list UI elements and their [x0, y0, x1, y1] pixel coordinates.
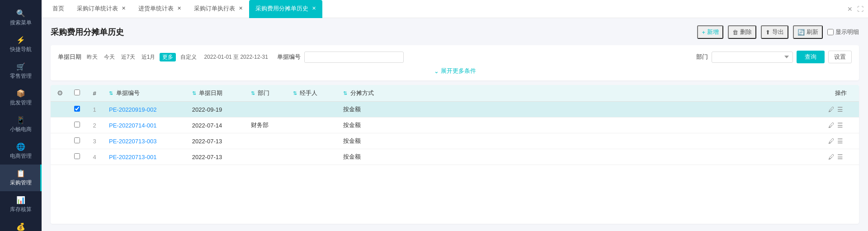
- cell-handler: [288, 118, 338, 133]
- shortcut-custom[interactable]: 自定义: [179, 53, 198, 61]
- refresh-button[interactable]: 🔄 刷新: [793, 25, 823, 39]
- sidebar-item-label: 批发管理: [10, 99, 32, 106]
- dept-select[interactable]: 财务部: [712, 52, 793, 63]
- shortcut-yesterday[interactable]: 昨天: [85, 53, 99, 61]
- doc-no-link[interactable]: PE-20220714-001: [109, 122, 157, 129]
- delete-label: 删除: [740, 28, 752, 36]
- cell-doc-date: 2022-07-13: [187, 133, 245, 149]
- cell-doc-no: PE-20220919-002: [104, 102, 187, 118]
- sidebar-item-inventory[interactable]: 📊 库存核算: [0, 191, 42, 218]
- cell-setting: [51, 102, 69, 118]
- doc-no-link[interactable]: PE-20220919-002: [109, 106, 157, 113]
- select-all-checkbox[interactable]: [74, 90, 80, 95]
- cell-action: 🖊 ☰: [823, 118, 859, 133]
- tab-label: 采购订单执行表: [194, 5, 235, 13]
- col-dept-label: 部门: [258, 90, 269, 96]
- sidebar-item-label: 库存核算: [10, 206, 32, 212]
- col-split-method[interactable]: ⇅ 分摊方式: [338, 85, 823, 102]
- cell-handler: [288, 102, 338, 118]
- sort-icon: ⇅: [109, 90, 113, 96]
- sidebar-item-label: 小畅电商: [10, 126, 32, 132]
- query-button[interactable]: 查询: [797, 51, 825, 63]
- tab-home-label: 首页: [52, 5, 64, 13]
- sidebar-item-wholesale[interactable]: 📦 批发管理: [0, 85, 42, 111]
- row-checkbox[interactable]: [74, 153, 80, 159]
- table-settings-icon[interactable]: ⚙: [57, 89, 63, 97]
- doc-no-link[interactable]: PE-20220713-003: [109, 138, 157, 145]
- cell-num: 2: [85, 118, 104, 133]
- tab-purchase-split-hist[interactable]: 采购费用分摊单历史 ✕: [249, 0, 322, 18]
- cell-action: 🖊 ☰: [823, 102, 859, 118]
- tab-close-icon[interactable]: ✕: [239, 5, 243, 11]
- sidebar-item-purchase[interactable]: 📋 采购管理: [0, 165, 42, 191]
- delete-button[interactable]: 🗑 删除: [728, 25, 756, 39]
- show-cols-checkbox[interactable]: [827, 29, 834, 35]
- tab-bar-actions: ✕ ⛶: [847, 5, 863, 13]
- sidebar-item-retail[interactable]: 🛒 零售管理: [0, 58, 42, 85]
- purchase-icon: 📋: [2, 169, 39, 178]
- edit-icon[interactable]: 🖊: [828, 153, 835, 160]
- data-table-wrap: ⚙ # ⇅ 单据编号 ⇅ 单据日期: [51, 85, 859, 224]
- tab-label: 进货单统计表: [138, 5, 174, 13]
- col-handler[interactable]: ⇅ 经手人: [288, 85, 338, 102]
- show-cols-toggle[interactable]: 显示明细: [827, 28, 859, 36]
- add-button[interactable]: + 新增: [697, 25, 723, 39]
- close-window-icon[interactable]: ✕: [847, 5, 853, 13]
- col-dept[interactable]: ⇅ 部门: [245, 85, 288, 102]
- row-checkbox[interactable]: [74, 106, 80, 112]
- sidebar-item-ecommerce[interactable]: 🌐 电商管理: [0, 138, 42, 165]
- edit-icon[interactable]: 🖊: [828, 122, 835, 129]
- inventory-icon: 📊: [2, 196, 39, 204]
- detail-icon[interactable]: ☰: [837, 153, 843, 160]
- detail-icon[interactable]: ☰: [837, 122, 843, 129]
- cell-num: 1: [85, 102, 104, 118]
- shortcut-more[interactable]: 更多: [160, 53, 176, 61]
- sidebar-item-quicknav[interactable]: ⚡ 快捷导航: [0, 31, 42, 58]
- cell-doc-no: PE-20220713-003: [104, 133, 187, 149]
- tab-close-icon[interactable]: ✕: [177, 5, 181, 11]
- detail-icon[interactable]: ☰: [837, 106, 843, 113]
- tab-home[interactable]: 首页: [46, 0, 71, 18]
- filter-row: 单据日期 昨天 今天 近7天 近1月 更多 自定义 2022-01-01 至 2…: [58, 51, 852, 63]
- dept-filter-group: 部门 财务部 查询 设置: [696, 51, 852, 63]
- tab-purchase-summary[interactable]: 采购订单统计表 ✕: [71, 0, 132, 18]
- capital-icon: 💰: [2, 222, 39, 231]
- cell-action: 🖊 ☰: [823, 133, 859, 149]
- sidebar-item-mini[interactable]: 📱 小畅电商: [0, 111, 42, 138]
- export-label: 导出: [772, 28, 784, 36]
- date-filter-label: 单据日期: [58, 53, 81, 61]
- col-doc-no[interactable]: ⇅ 单据编号: [104, 85, 187, 102]
- edit-icon[interactable]: 🖊: [828, 137, 835, 145]
- docno-input[interactable]: [304, 52, 404, 63]
- edit-icon[interactable]: 🖊: [828, 106, 835, 113]
- expand-conditions-btn[interactable]: ⌄ 展开更多条件: [58, 67, 852, 75]
- settings-button[interactable]: 设置: [828, 51, 852, 63]
- row-checkbox[interactable]: [74, 122, 80, 127]
- docno-filter-label: 单据编号: [277, 53, 301, 61]
- export-button[interactable]: ⬆ 导出: [761, 25, 788, 39]
- tab-close-icon[interactable]: ✕: [122, 5, 126, 11]
- page-title: 采购费用分摊单历史: [51, 27, 124, 38]
- row-checkbox[interactable]: [74, 137, 80, 143]
- filter-bar: 单据日期 昨天 今天 近7天 近1月 更多 自定义 2022-01-01 至 2…: [51, 45, 859, 80]
- sidebar-item-search[interactable]: 🔍 搜索菜单: [0, 5, 42, 31]
- sidebar-item-capital[interactable]: 💰 资金管理: [0, 218, 42, 231]
- doc-no-link[interactable]: PE-20220713-001: [109, 154, 157, 160]
- detail-icon[interactable]: ☰: [837, 137, 843, 145]
- tab-purchase-exec[interactable]: 采购订单执行表 ✕: [188, 0, 249, 18]
- cell-num: 3: [85, 133, 104, 149]
- tab-close-icon[interactable]: ✕: [312, 5, 316, 11]
- cell-split-method: 按金额: [338, 133, 823, 149]
- toolbar: + 新增 🗑 删除 ⬆ 导出 🔄 刷新 显示明细: [697, 25, 859, 39]
- shortcut-today[interactable]: 今天: [102, 53, 117, 61]
- col-doc-date[interactable]: ⇅ 单据日期: [187, 85, 245, 102]
- tab-incoming-summary[interactable]: 进货单统计表 ✕: [132, 0, 188, 18]
- content-area: 采购费用分摊单历史 + 新增 🗑 删除 ⬆ 导出 🔄 刷新: [42, 18, 868, 231]
- shortcut-7days[interactable]: 近7天: [119, 53, 137, 61]
- tab-label: 采购费用分摊单历史: [255, 5, 308, 13]
- add-label: 新增: [707, 28, 719, 36]
- shortcut-1month[interactable]: 近1月: [140, 53, 157, 61]
- table-row: 4 PE-20220713-001 2022-07-13 按金额 🖊 ☰: [51, 149, 859, 165]
- table-header: ⚙ # ⇅ 单据编号 ⇅ 单据日期: [51, 85, 859, 102]
- expand-window-icon[interactable]: ⛶: [857, 5, 863, 13]
